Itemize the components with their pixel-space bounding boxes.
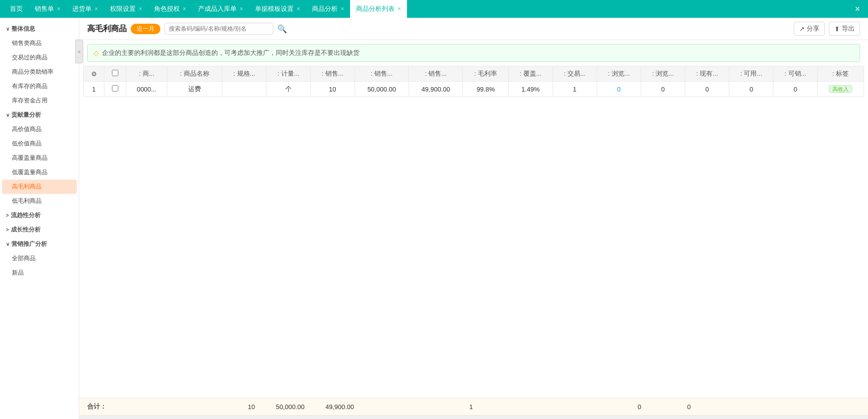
table-row: 10000...运费个1050,000.0049,900.0099.8%1.49… [84, 82, 864, 97]
col-sort-coverage: : 覆盖... [520, 69, 542, 78]
sidebar-item-交易过的商品[interactable]: 交易过的商品 [0, 50, 79, 65]
nav-item-首页[interactable]: 首页 [4, 0, 29, 18]
nav-close-icon[interactable]: × [57, 5, 60, 12]
nav-close-icon[interactable]: × [183, 5, 186, 12]
info-banner: ◇ 企业的主要的利润都是这部分商品创造的，可考虑加大推广，同时关注库存是不要出现… [87, 44, 860, 62]
col-header-spec[interactable]: : 规格... [222, 66, 266, 82]
col-header-sales_qty[interactable]: : 销售... [310, 66, 355, 82]
sidebar-item-有库存的商品[interactable]: 有库存的商品 [0, 79, 79, 93]
col-sort-name: : 商品名称 [180, 69, 209, 78]
product-tag: 高收入 [829, 85, 852, 93]
nav-item-单据模板设置[interactable]: 单据模板设置× [249, 0, 306, 18]
cell-available: 0 [729, 82, 773, 97]
sidebar-section-成长性分析[interactable]: >成长性分析 [0, 223, 79, 237]
col-header-unit[interactable]: : 计量... [266, 66, 310, 82]
sidebar-item-高毛利商品[interactable]: 高毛利商品 [2, 180, 77, 194]
footer-sales-qty: 10 [225, 403, 255, 411]
info-icon: ◇ [94, 49, 99, 57]
footer-total-label: 合计： [87, 402, 106, 411]
col-header-checkbox[interactable] [104, 66, 126, 82]
nav-item-销售单[interactable]: 销售单× [29, 0, 66, 18]
sidebar-item-销售类商品[interactable]: 销售类商品 [0, 36, 79, 50]
nav-item-进货单[interactable]: 进货单× [66, 0, 104, 18]
data-table-wrapper: ⚙: 商...: 商品名称: 规格...: 计量...: 销售...: 销售..… [83, 66, 864, 398]
sidebar-section-流趋性分析[interactable]: >流趋性分析 [0, 208, 79, 223]
nav-item-产成品入库单[interactable]: 产成品入库单× [192, 0, 249, 18]
horizontal-scrollbar[interactable] [79, 415, 868, 419]
close-all-button[interactable]: × [851, 4, 864, 14]
nav-item-角色授权[interactable]: 角色授权× [148, 0, 192, 18]
content-header: 高毛利商品 近一月 🔍 ↗ 分享 ⬆ 导出 [79, 18, 868, 40]
nav-close-icon[interactable]: × [139, 5, 142, 12]
search-button[interactable]: 🔍 [277, 24, 287, 34]
nav-item-商品分析列表[interactable]: 商品分析列表× [350, 0, 407, 18]
select-all-checkbox[interactable] [112, 70, 118, 76]
col-header-sales_amount[interactable]: : 销售... [355, 66, 408, 82]
page-title: 高毛利商品 [87, 24, 127, 34]
sidebar-item-低毛利商品[interactable]: 低毛利商品 [0, 194, 79, 208]
col-header-sku[interactable]: : 商... [126, 66, 167, 82]
share-button[interactable]: ↗ 分享 [794, 22, 825, 36]
cell-coverage: 1.49% [509, 82, 553, 97]
footer-sales-amount: 50,000.00 [275, 403, 305, 411]
sidebar-section-营销推广分析[interactable]: ∨营销推广分析 [0, 237, 79, 251]
nav-close-icon[interactable]: × [240, 5, 243, 12]
col-header-name[interactable]: : 商品名称 [167, 66, 222, 82]
sidebar-item-商品分类助销率[interactable]: 商品分类助销率 [0, 65, 79, 79]
top-navigation: 首页销售单×进货单×权限设置×角色授权×产成品入库单×单据模板设置×商品分析×商… [0, 0, 868, 18]
footer-sales-profit: 49,900.00 [324, 403, 354, 411]
filter-period-button[interactable]: 近一月 [131, 24, 160, 34]
banner-text: 企业的主要的利润都是这部分商品创造的，可考虑加大推广，同时关注库存是不要出现缺货 [102, 48, 359, 57]
sidebar-collapse-button[interactable]: « [75, 40, 83, 63]
cell-index: 1 [84, 82, 104, 97]
table-footer: 合计： 10 50,000.00 49,900.00 1 0 0 [79, 398, 868, 415]
export-icon: ⬆ [834, 25, 840, 33]
col-sort-sales_qty: : 销售... [322, 69, 344, 78]
sidebar-section-整体信息[interactable]: ∨整体信息 [0, 22, 79, 36]
nav-close-icon[interactable]: × [95, 5, 98, 12]
col-header-sales_profit[interactable]: : 销售... [408, 66, 462, 82]
cell-checkbox[interactable] [104, 82, 126, 97]
cell-name: 运费 [167, 82, 222, 97]
col-header-gross_margin[interactable]: : 毛利率 [463, 66, 509, 82]
nav-item-商品分析[interactable]: 商品分析× [306, 0, 350, 18]
sidebar-item-库存资金占用[interactable]: 库存资金占用 [0, 93, 79, 108]
col-sort-sales_amount: : 销售... [371, 69, 393, 78]
cell-sku: 0000... [126, 82, 167, 97]
export-button[interactable]: ⬆ 导出 [829, 22, 860, 36]
col-header-current_stock[interactable]: : 现有... [685, 66, 729, 82]
cell-unit: 个 [266, 82, 310, 97]
sidebar-section-贡献量分析[interactable]: ∨贡献量分析 [0, 108, 79, 122]
col-header-available[interactable]: : 可用... [729, 66, 773, 82]
browse-link[interactable]: 0 [617, 86, 620, 93]
col-header-tag[interactable]: : 标签 [817, 66, 864, 82]
sidebar-item-低覆盖量商品[interactable]: 低覆盖量商品 [0, 165, 79, 180]
sidebar-item-低价值商品[interactable]: 低价值商品 [0, 137, 79, 151]
nav-item-权限设置[interactable]: 权限设置× [104, 0, 148, 18]
col-header-transaction[interactable]: : 交易... [553, 66, 597, 82]
nav-close-icon[interactable]: × [398, 5, 401, 12]
col-header-settings[interactable]: ⚙ [84, 66, 104, 82]
col-header-browse2[interactable]: : 浏览... [641, 66, 685, 82]
col-sort-sku: : 商... [139, 69, 154, 78]
sidebar-item-高覆盖量商品[interactable]: 高覆盖量商品 [0, 151, 79, 165]
col-sort-spec: : 规格... [233, 69, 255, 78]
sidebar: ∨整体信息销售类商品交易过的商品商品分类助销率有库存的商品库存资金占用∨贡献量分… [0, 18, 79, 419]
nav-close-icon[interactable]: × [341, 5, 344, 12]
col-sort-sales_profit: : 销售... [425, 69, 447, 78]
cell-sales_qty: 10 [310, 82, 355, 97]
sidebar-item-全部商品[interactable]: 全部商品 [0, 251, 79, 266]
search-input[interactable] [164, 23, 273, 35]
cell-browse1[interactable]: 0 [597, 82, 641, 97]
nav-close-icon[interactable]: × [297, 5, 300, 12]
col-header-coverage[interactable]: : 覆盖... [509, 66, 553, 82]
row-checkbox[interactable] [112, 85, 118, 92]
col-header-saleable[interactable]: : 可销... [773, 66, 817, 82]
cell-tag: 高收入 [817, 82, 864, 97]
product-table: ⚙: 商...: 商品名称: 规格...: 计量...: 销售...: 销售..… [83, 66, 864, 97]
col-sort-unit: : 计量... [277, 69, 299, 78]
col-header-browse1[interactable]: : 浏览... [597, 66, 641, 82]
sidebar-item-新品[interactable]: 新品 [0, 266, 79, 280]
main-layout: ∨整体信息销售类商品交易过的商品商品分类助销率有库存的商品库存资金占用∨贡献量分… [0, 18, 868, 419]
sidebar-item-高价值商品[interactable]: 高价值商品 [0, 122, 79, 137]
